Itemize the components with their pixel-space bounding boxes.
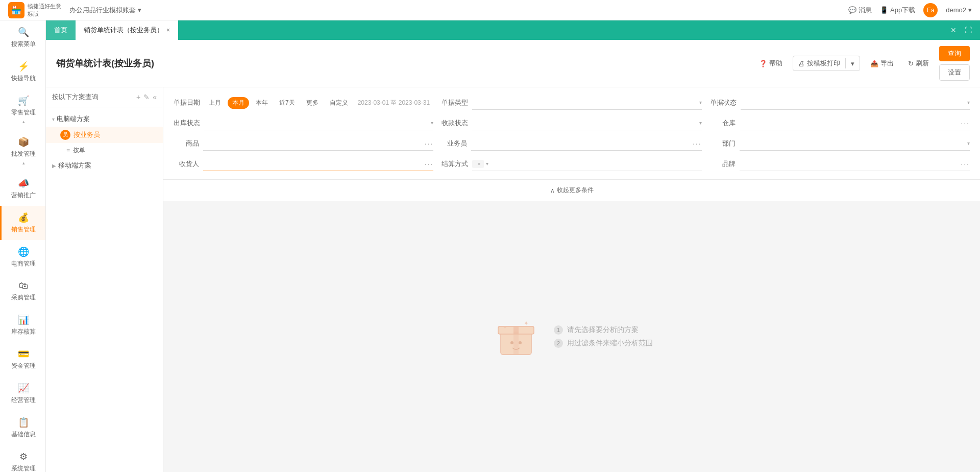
sidebar-item-sales[interactable]: 💰 销售管理: [0, 206, 45, 240]
tree-group-pc: ▾ 电脑端方案 员 按业务员 ≡ 按单: [46, 111, 163, 158]
tree-group-mobile-arrow: ▶: [52, 163, 56, 169]
user-dropdown-icon: ▾: [968, 6, 972, 14]
finance-icon: 💳: [18, 348, 29, 360]
app-download-button[interactable]: 📱 App下载: [880, 6, 915, 15]
right-area: 单据日期 上月 本月 本年 近7天 更多 自定义: [163, 87, 980, 472]
settlement-tag-close[interactable]: ×: [477, 161, 480, 167]
sidebar-item-basic[interactable]: 📋 基础信息: [0, 411, 45, 445]
warehouse-dots[interactable]: ···: [961, 119, 970, 127]
sidebar: 🔍 搜索菜单 ⚡ 快捷导航 🛒 零售管理 ▴ 📦 批发管理 ▴ 📣 营销推广 💰…: [0, 20, 46, 472]
empty-tip-2: 2 用过滤条件来缩小分析范围: [554, 339, 653, 348]
salesperson-dots[interactable]: ···: [693, 139, 702, 148]
print-dropdown-button[interactable]: ▾: [846, 57, 860, 70]
doc-status-arrow: ▾: [967, 100, 970, 105]
export-icon: 📤: [870, 60, 878, 67]
goods-dots[interactable]: ···: [425, 139, 434, 148]
sidebar-item-search[interactable]: 🔍 搜索菜单: [0, 20, 45, 55]
consignee-input-wrap[interactable]: ···: [203, 157, 433, 171]
svg-text:✦: ✦: [524, 320, 529, 327]
username-label[interactable]: demo2 ▾: [946, 6, 972, 14]
add-scheme-button[interactable]: +: [136, 93, 140, 101]
dept-arrow: ▾: [967, 140, 970, 146]
help-button[interactable]: ❓ 帮助: [755, 57, 787, 70]
tab-bar-expand-icon[interactable]: ⛶: [963, 24, 974, 36]
date-last-month-btn[interactable]: 上月: [204, 97, 226, 109]
app-selector[interactable]: 办公用品行业模拟账套 ▾: [65, 4, 145, 17]
download-icon: 📱: [880, 6, 888, 14]
date-range-text: 2023-03-01 至 2023-03-31: [358, 99, 430, 107]
page-title: 销货单统计表(按业务员): [56, 57, 154, 69]
doc-status-select[interactable]: ▾: [741, 96, 970, 110]
date-this-month-btn[interactable]: 本月: [228, 97, 249, 109]
date-7days-btn[interactable]: 近7天: [275, 97, 300, 109]
svg-point-6: [510, 341, 513, 344]
svg-point-7: [519, 341, 522, 344]
salesperson-icon: 员: [60, 130, 70, 140]
tab-sales-stats[interactable]: 销货单统计表（按业务员） ×: [76, 20, 178, 40]
doc-type-select[interactable]: ▾: [472, 96, 701, 110]
tree-group-pc-header[interactable]: ▾ 电脑端方案: [46, 111, 163, 127]
collapse-panel-button[interactable]: «: [153, 93, 157, 101]
wholesale-icon: 📦: [18, 136, 29, 148]
filter-consignee: 收货人 ···: [174, 157, 433, 171]
filter-salesperson: 业务员 ···: [442, 136, 701, 151]
warehouse-select[interactable]: ···: [740, 116, 970, 130]
empty-tips: 1 请先选择要分析的方案 2 用过滤条件来缩小分析范围: [554, 325, 653, 348]
tree-sub-item-order[interactable]: ≡ 按单: [46, 143, 163, 158]
sidebar-item-finance[interactable]: 💳 资金管理: [0, 342, 45, 376]
date-filter-group: 上月 本月 本年 近7天 更多 自定义 2023-03-01 至 2023-03…: [204, 97, 433, 109]
sidebar-item-system[interactable]: ⚙ 系统管理: [0, 445, 45, 472]
settlement-tag-wrap[interactable]: × ▾: [472, 157, 701, 171]
sidebar-item-shortcut[interactable]: ⚡ 快捷导航: [0, 55, 45, 89]
out-status-select[interactable]: ▾: [204, 116, 433, 130]
sidebar-item-operation[interactable]: 📈 经营管理: [0, 376, 45, 411]
print-dropdown-icon: ▾: [851, 60, 854, 67]
sidebar-item-ecommerce[interactable]: 🌐 电商管理: [0, 240, 45, 274]
query-button[interactable]: 查询: [939, 46, 970, 61]
dept-select[interactable]: ▾: [740, 136, 970, 151]
date-custom-btn[interactable]: 自定义: [325, 97, 353, 109]
date-this-year-btn[interactable]: 本年: [251, 97, 273, 109]
print-icon: 🖨: [798, 60, 805, 67]
goods-select[interactable]: ···: [203, 136, 433, 151]
settings-button[interactable]: 设置: [939, 64, 970, 81]
sidebar-item-wholesale[interactable]: 📦 批发管理 ▴: [0, 130, 45, 172]
tab-close-button[interactable]: ×: [166, 27, 170, 34]
sidebar-item-marketing[interactable]: 📣 营销推广: [0, 172, 45, 206]
tab-bar-close-icon[interactable]: ✕: [948, 24, 959, 36]
purchase-icon: 🛍: [19, 280, 28, 291]
tab-home[interactable]: 首页: [46, 20, 76, 40]
date-more-btn[interactable]: 更多: [302, 97, 323, 109]
doc-type-arrow: ▾: [699, 100, 702, 105]
brand-select[interactable]: ···: [740, 157, 970, 171]
retail-expand-icon: ▴: [22, 119, 25, 124]
sidebar-item-retail[interactable]: 🛒 零售管理 ▴: [0, 89, 45, 130]
filter-dept: 部门 ▾: [710, 136, 970, 151]
inventory-icon: 📊: [18, 314, 29, 325]
print-button[interactable]: 🖨 按模板打印: [793, 56, 845, 70]
retail-icon: 🛒: [18, 95, 29, 106]
collapse-button[interactable]: ∧ 收起更多条件: [544, 184, 600, 197]
brand-dots[interactable]: ···: [961, 160, 970, 168]
export-button[interactable]: 📤 导出: [866, 57, 898, 70]
salesperson-select[interactable]: ···: [471, 136, 701, 151]
refresh-button[interactable]: ↻ 刷新: [904, 57, 933, 70]
collect-status-select[interactable]: ▾: [472, 116, 701, 130]
sidebar-item-purchase[interactable]: 🛍 采购管理: [0, 274, 45, 308]
message-button[interactable]: 💬 消息: [848, 6, 872, 15]
ecommerce-icon: 🌐: [18, 246, 29, 257]
empty-state: ✦ ✦ 1: [163, 201, 980, 472]
avatar[interactable]: Ea: [923, 3, 938, 17]
logo-icon: 🏪: [8, 2, 24, 18]
filter-brand: 品牌 ···: [710, 157, 970, 171]
filter-goods: 商品 ···: [174, 136, 433, 151]
print-button-group: 🖨 按模板打印 ▾: [793, 56, 860, 71]
sales-icon: 💰: [18, 212, 29, 223]
sidebar-item-inventory[interactable]: 📊 库存核算: [0, 308, 45, 342]
consignee-dots[interactable]: ···: [425, 160, 434, 168]
settlement-arrow: ▾: [486, 161, 488, 167]
edit-scheme-button[interactable]: ✎: [143, 93, 150, 101]
tree-item-salesperson[interactable]: 员 按业务员: [46, 127, 163, 143]
consignee-input[interactable]: [203, 160, 425, 168]
tree-group-mobile[interactable]: ▶ 移动端方案: [46, 158, 163, 173]
